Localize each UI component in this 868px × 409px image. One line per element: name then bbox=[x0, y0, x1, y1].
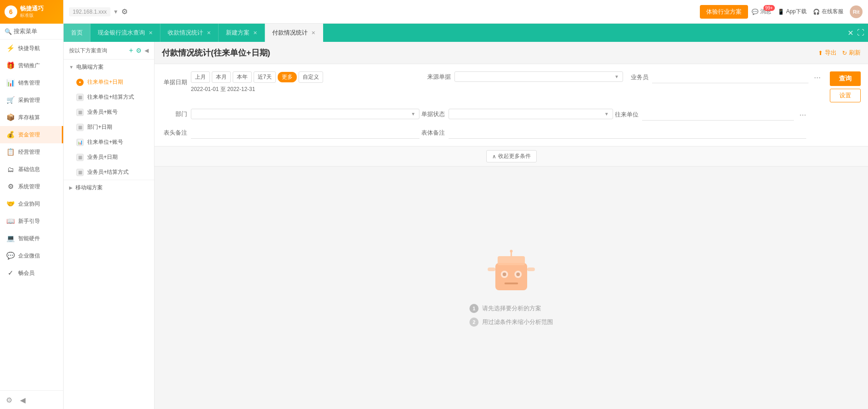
tab-bank-flow[interactable]: 现金银行流水查询 ✕ bbox=[90, 24, 160, 42]
tab-expand-icon[interactable]: ⛶ bbox=[857, 29, 864, 37]
date-last-7days[interactable]: 近7天 bbox=[254, 71, 276, 83]
trial-button[interactable]: 体验行业方案 bbox=[700, 5, 748, 19]
staff-dots-icon[interactable]: ··· bbox=[814, 73, 821, 82]
source-select[interactable]: ▼ bbox=[454, 71, 623, 82]
search-icon: 🔍 bbox=[5, 28, 12, 35]
scheme-item-unit-account[interactable]: 📊 往来单位+账号 bbox=[64, 135, 154, 150]
empty-hint-2: 2 用过滤条件来缩小分析范围 bbox=[469, 318, 553, 327]
tab-new-scheme-label: 新建方案 bbox=[226, 29, 249, 37]
filter-table-head-note: 表头备注 bbox=[162, 127, 419, 139]
app-download[interactable]: 📱 App下载 bbox=[778, 8, 807, 15]
sidebar-search[interactable]: 🔍 搜索菜单 bbox=[0, 24, 63, 40]
tab-close-all-icon[interactable]: ✕ bbox=[848, 29, 853, 37]
scheme-settings-icon[interactable]: ⚙ bbox=[136, 47, 142, 54]
filter-dept: 部门 ▼ bbox=[162, 109, 419, 119]
dept-select[interactable]: ▼ bbox=[191, 109, 419, 119]
scheme-collapse-icon[interactable]: ◀ bbox=[145, 47, 149, 54]
quick-nav-icon: ⚡ bbox=[6, 44, 15, 52]
settings-button[interactable]: 设置 bbox=[830, 89, 861, 102]
tab-bank-flow-close[interactable]: ✕ bbox=[149, 30, 153, 36]
scheme-staff-account-icon: ▦ bbox=[76, 109, 84, 116]
voucher-status-select[interactable]: ▼ bbox=[449, 109, 613, 119]
wechat-icon: 💬 bbox=[6, 252, 15, 260]
sidebar-item-sales[interactable]: 📊 销售管理 bbox=[0, 74, 63, 91]
date-more[interactable]: 更多 bbox=[278, 72, 297, 82]
notifications[interactable]: 💬 消息 99+ bbox=[752, 8, 771, 15]
tab-collection-stats[interactable]: 收款情况统计 ✕ bbox=[160, 24, 219, 42]
staff-label: 业务员 bbox=[623, 73, 649, 81]
online-service[interactable]: 🎧 在线客服 bbox=[813, 8, 843, 15]
sidebar-label-system: 系统管理 bbox=[18, 183, 40, 191]
sidebar-item-marketing[interactable]: 🎁 营销推广 bbox=[0, 57, 63, 74]
footer-collapse-icon[interactable]: ◀ bbox=[18, 395, 27, 404]
sidebar-nav: ⚡ 快捷导航 🎁 营销推广 📊 销售管理 🛒 采购管理 📦 库存核算 💰 资金管… bbox=[0, 40, 63, 390]
date-this-month[interactable]: 本月 bbox=[212, 71, 231, 83]
svg-rect-1 bbox=[498, 256, 525, 265]
footer-settings-icon[interactable]: ⚙ bbox=[5, 395, 14, 404]
related-unit-label: 往来单位 bbox=[613, 111, 639, 119]
svg-point-5 bbox=[516, 273, 520, 276]
sidebar-label-guide: 新手引导 bbox=[18, 217, 40, 225]
scheme-item-staff-date[interactable]: ▦ 业务员+日期 bbox=[64, 150, 154, 165]
sidebar-item-quick-nav[interactable]: ⚡ 快捷导航 bbox=[0, 40, 63, 57]
date-custom[interactable]: 自定义 bbox=[299, 71, 323, 83]
scheme-item-unit-settlement[interactable]: ▦ 往来单位+结算方式 bbox=[64, 90, 154, 105]
sidebar-item-operations[interactable]: 📋 经营管理 bbox=[0, 143, 63, 161]
sidebar-item-basic-info[interactable]: 🗂 基础信息 bbox=[0, 161, 63, 178]
tab-payment-stats-close[interactable]: ✕ bbox=[311, 30, 315, 36]
scheme-mobile-group[interactable]: ▶ 移动端方案 bbox=[64, 180, 154, 195]
sidebar-item-purchase[interactable]: 🛒 采购管理 bbox=[0, 91, 63, 109]
topbar-dropdown-icon[interactable]: ▼ bbox=[113, 9, 119, 15]
brand-info: 畅捷通巧 标准版 bbox=[20, 5, 44, 19]
date-last-month[interactable]: 上月 bbox=[191, 71, 210, 83]
refresh-button[interactable]: ↻ 刷新 bbox=[842, 49, 861, 57]
sidebar-item-wechat[interactable]: 💬 企业微信 bbox=[0, 247, 63, 264]
topbar-settings-icon[interactable]: ⚙ bbox=[121, 7, 128, 16]
tab-home[interactable]: 首页 bbox=[64, 24, 90, 42]
scheme-item-unit-date[interactable]: ● 往来单位+日期 bbox=[64, 75, 154, 90]
scheme-item-staff-settlement[interactable]: ▦ 业务员+结算方式 bbox=[64, 165, 154, 180]
sidebar-label-hardware: 智能硬件 bbox=[18, 235, 40, 242]
source-select-arrow-icon: ▼ bbox=[614, 74, 619, 79]
scheme-pc-group-header[interactable]: ▼ 电脑端方案 bbox=[64, 60, 154, 75]
date-label: 单据日期 bbox=[162, 78, 187, 86]
scheme-item-staff-account[interactable]: ▦ 业务员+账号 bbox=[64, 105, 154, 120]
user-avatar[interactable]: Rit bbox=[850, 5, 863, 18]
sidebar-label-purchase: 采购管理 bbox=[18, 96, 40, 104]
scheme-item-dept-date[interactable]: ▦ 部门+日期 bbox=[64, 120, 154, 135]
filter-row-2: 部门 ▼ 单据状态 ▼ 往来单位 bbox=[162, 109, 861, 121]
sidebar-item-collab[interactable]: 🤝 企业协同 bbox=[0, 195, 63, 212]
pc-group-label: 电脑端方案 bbox=[76, 63, 104, 71]
topbar-breadcrumb: 192.168.1.xxx ▼ ⚙ bbox=[69, 7, 696, 16]
date-this-year[interactable]: 本年 bbox=[233, 71, 252, 83]
query-button[interactable]: 查询 bbox=[830, 71, 861, 86]
staff-input[interactable] bbox=[652, 71, 808, 83]
tab-payment-stats[interactable]: 付款情况统计 ✕ bbox=[265, 24, 323, 42]
sidebar-item-guide[interactable]: 📖 新手引导 bbox=[0, 212, 63, 230]
related-unit-input[interactable] bbox=[642, 109, 794, 121]
svg-rect-9 bbox=[488, 268, 495, 271]
sidebar-item-inventory[interactable]: 📦 库存核算 bbox=[0, 109, 63, 126]
tab-new-scheme[interactable]: 新建方案 ✕ bbox=[219, 24, 265, 42]
tab-new-scheme-close[interactable]: ✕ bbox=[253, 30, 257, 36]
collapse-button[interactable]: ∧ 收起更多条件 bbox=[486, 150, 537, 162]
table-body-note-input[interactable] bbox=[449, 127, 806, 139]
tab-payment-stats-label: 付款情况统计 bbox=[272, 29, 308, 37]
hint-text-2: 用过滤条件来缩小分析范围 bbox=[482, 318, 553, 326]
scheme-staff-date-icon: ▦ bbox=[76, 154, 84, 161]
sidebar-item-hardware[interactable]: 💻 智能硬件 bbox=[0, 230, 63, 247]
export-button[interactable]: ⬆ 导出 bbox=[818, 49, 837, 57]
scheme-add-icon[interactable]: + bbox=[129, 46, 133, 55]
scheme-dept-date-label: 部门+日期 bbox=[87, 123, 112, 131]
right-panel: 付款情况统计(往来单位+日期) ⬆ 导出 ↻ 刷新 单 bbox=[155, 42, 868, 409]
related-unit-dots-icon[interactable]: ··· bbox=[799, 110, 806, 120]
filter-buttons: 查询 设置 bbox=[821, 71, 861, 102]
scheme-pc-group: ▼ 电脑端方案 ● 往来单位+日期 ▦ 往来单位+结算方式 ▦ 业务员+账号 ▦ bbox=[64, 60, 154, 180]
scheme-panel-header: 按以下方案查询 + ⚙ ◀ bbox=[64, 42, 154, 60]
tab-collection-stats-close[interactable]: ✕ bbox=[207, 30, 211, 36]
table-head-note-input[interactable] bbox=[191, 127, 419, 139]
sidebar-item-system[interactable]: ⚙ 系统管理 bbox=[0, 178, 63, 195]
sidebar-item-capital[interactable]: 💰 资金管理 bbox=[0, 126, 63, 143]
filter-related-unit: 往来单位 ··· bbox=[613, 109, 806, 121]
sidebar-item-membership[interactable]: ✓ 畅会员 bbox=[0, 264, 63, 282]
